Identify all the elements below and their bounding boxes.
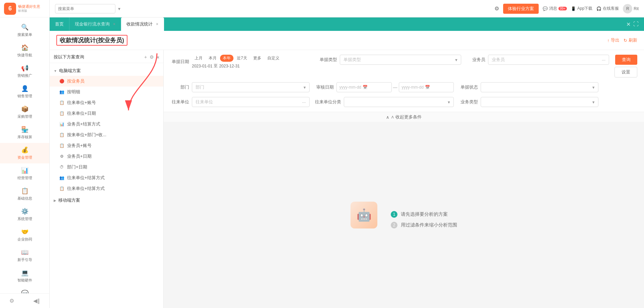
sidebar-item-operation[interactable]: 📊 经营管理 [0,163,49,184]
sidebar-bottom: ⚙ ◀‖ [0,293,49,308]
export-label: 导出 [611,37,620,43]
sidebar-item-label: 快捷导航 [17,53,32,58]
date-buttons: 上月 本月 本年 近7天 更多 自定义 [192,55,313,62]
export-button[interactable]: ↑ 导出 [607,37,620,43]
bill-type-select[interactable]: 单据类型 ▾ [340,55,461,65]
counterparty-more-btn[interactable]: ··· [302,100,306,105]
scheme-list: ▼ 电脑端方案 🔴 按业务员 👥 按明细 📋 [50,63,163,304]
scheme-item-counterparty-date[interactable]: 📋 往来单位+日期 [50,108,163,119]
scheme-settings-btn[interactable]: ⚙ [150,54,154,60]
gear-icon[interactable]: ⚙ [494,5,499,12]
message-btn[interactable]: 💬 消息 99+ [543,6,567,11]
purchase-icon: 📦 [21,105,29,113]
customer-service-btn[interactable]: 🎧 在线客服 [596,6,619,11]
settings-button[interactable]: 设置 [614,67,637,78]
scheme-item-label: 部门+日期 [67,164,87,170]
tab-expand-btn[interactable]: ⛶ [633,21,639,27]
salesperson-select[interactable]: 业务员 ··· [488,55,609,65]
collapse-more-btn[interactable]: ∧ ∧ 收起更多条件 [164,112,644,122]
sidebar-item-sales[interactable]: 👤 销售管理 [0,82,49,102]
settings-bottom-btn[interactable]: ⚙ [8,296,15,305]
inventory-icon: 🏪 [21,126,29,133]
date-this-year-btn[interactable]: 本年 [220,55,233,62]
sidebar-item-hardware[interactable]: 💻 智能硬件 [0,266,49,286]
date-more-btn[interactable]: 更多 [251,55,264,62]
baseinfo-icon: 📋 [21,187,29,195]
audit-date-end[interactable]: yyyy-mm-dd 📅 [399,82,454,92]
sidebar-item-quick-nav[interactable]: 🏠 快捷导航 [0,41,49,61]
salesperson-more-btn[interactable]: ··· [602,57,605,62]
export-icon: ↑ [607,38,610,43]
trial-button[interactable]: 体验行业方案 [503,4,539,14]
date-this-month-btn[interactable]: 本月 [206,55,219,62]
sidebar-item-guide[interactable]: 📖 新手引导 [0,245,49,266]
scheme-item-by-detail[interactable]: 👥 按明细 [50,87,163,97]
scheme-add-btn[interactable]: + [144,54,147,60]
chevron-down-icon: ▼ [54,69,57,73]
sidebar: 6 畅捷通好生意 标准版 🔍 搜索菜单 🏠 快捷导航 📢 营销推广 👤 销售管理… [0,0,50,308]
date-custom-btn[interactable]: 自定义 [265,55,282,62]
tab-collection[interactable]: 收款情况统计 × [121,17,164,31]
sidebar-item-search[interactable]: 🔍 搜索菜单 [0,20,49,41]
app-download-btn[interactable]: 📱 App下载 [571,6,592,11]
sidebar-item-label: 智能硬件 [17,278,32,283]
tab-bank-flow[interactable]: 现金银行流水查询 × [69,17,121,31]
sidebar-item-baseinfo[interactable]: 📋 基础信息 [0,184,49,204]
home-icon: 🏠 [21,44,29,51]
scheme-item-by-salesperson[interactable]: 🔴 按业务员 [50,76,163,87]
scheme-item-counterparty-account[interactable]: 📋 往来单位+账号 [50,97,163,108]
header-dropdown-btn[interactable]: ▾ [118,6,120,11]
collapse-sidebar-btn[interactable]: ◀‖ [32,296,41,305]
user-avatar[interactable]: R Rit [623,4,639,13]
scheme-panel-header: 按以下方案查询 + ⚙ « [50,54,163,63]
finance-icon: 💰 [21,146,29,154]
filter-field-salesperson: 业务员 业务员 ··· [467,55,609,65]
robot-illustration: 🤖 [351,202,377,228]
date-last-month-btn[interactable]: 上月 [192,55,205,62]
sidebar-item-inventory[interactable]: 🏪 库存核算 [0,122,49,143]
scheme-group-header-mobile[interactable]: ▶ 移动端方案 [50,195,163,205]
scheme-item-by-counterparty-dept[interactable]: 📋 按来单位+部门+收... [50,130,163,140]
query-button[interactable]: 查询 [615,55,637,65]
date-last7days-btn[interactable]: 近7天 [234,55,250,62]
counterparty-placeholder: 往来单位 [196,99,213,105]
scheme-item-counterparty-settlement2[interactable]: 📋 往来单位+结算方式 [50,183,163,194]
scheme-item-icon: ⏱ [59,164,64,170]
business-type-select[interactable]: ▾ [481,97,598,107]
sidebar-item-label: 基础信息 [17,196,32,201]
logo-icon: 6 [4,3,16,15]
scheme-item-salesperson-account[interactable]: 📋 业务员+账号 [50,140,163,151]
tab-bank-flow-close[interactable]: × [113,22,115,27]
marketing-icon: 📢 [21,64,29,72]
sidebar-item-wechat[interactable]: 💬 企业微信 [0,286,49,293]
audit-date-start[interactable]: yyyy-mm-dd 📅 [336,82,392,92]
refresh-button[interactable]: ↻ 刷新 [624,37,637,43]
sidebar-item-purchase[interactable]: 📦 采购管理 [0,102,49,122]
date-field-control: 上月 本月 本年 近7天 更多 自定义 2023-01-01 [192,55,313,69]
filter-field-bill-status: 单据状态 ▾ [459,82,598,92]
scheme-item-salesperson-settlement[interactable]: 📊 业务员+结算方式 [50,119,163,130]
download-icon: 📱 [571,6,576,11]
scheme-collapse-btn[interactable]: « [157,54,159,60]
tab-home[interactable]: 首页 [50,17,69,31]
counterparty-category-select[interactable]: ▾ [344,97,454,107]
bill-status-select[interactable]: ▾ [481,82,598,92]
dept-select[interactable]: 部门 ▾ [192,82,310,92]
scheme-group-header-desktop[interactable]: ▼ 电脑端方案 [50,66,163,76]
counterparty-select[interactable]: 往来单位 ··· [192,97,310,107]
tab-collection-close[interactable]: × [156,22,158,27]
search-input[interactable] [55,4,115,13]
sidebar-item-marketing[interactable]: 📢 营销推广 [0,61,49,82]
sidebar-item-finance[interactable]: 💰 资金管理 [0,143,49,163]
scheme-item-counterparty-settlement1[interactable]: 👥 往来单位+结算方式 [50,172,163,183]
scheme-item-dept-date[interactable]: ⏱ 部门+日期 [50,162,163,172]
scheme-item-salesperson-date[interactable]: ⚙ 业务员+日期 [50,151,163,162]
sidebar-item-system[interactable]: ⚙️ 系统管理 [0,204,49,225]
filter-section: 单据日期 上月 本月 本年 近7天 更多 自定义 [164,50,644,122]
collapse-bar[interactable]: ∧ ∧ 收起更多条件 [170,112,637,122]
customer-service-label: 在线客服 [603,6,619,11]
tab-close-all-btn[interactable]: ✕ [626,21,631,28]
tab-bar: 首页 现金银行流水查询 × 收款情况统计 × ✕ ⛶ [50,17,644,31]
page-title-actions: ↑ 导出 ↻ 刷新 [607,37,638,43]
sidebar-item-enterprise[interactable]: 🤝 企业协同 [0,225,49,245]
